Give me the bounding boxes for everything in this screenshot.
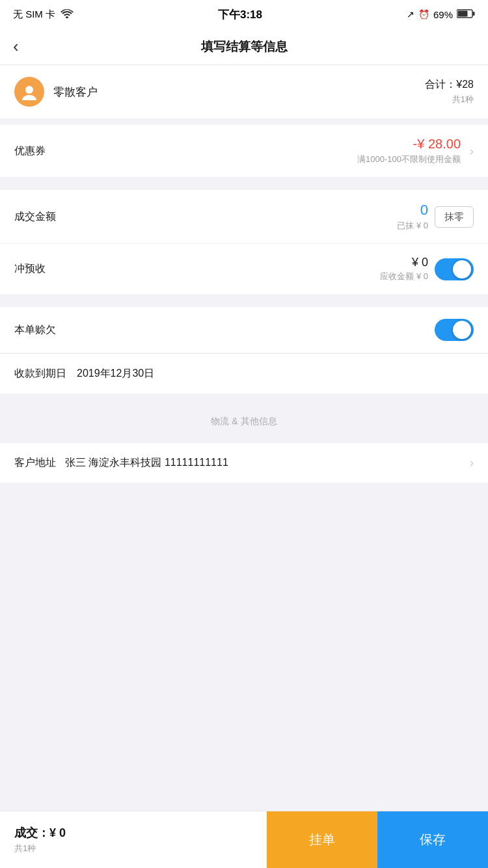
credit-toggle-knob <box>453 321 471 339</box>
customer-left: 零散客户 <box>14 77 98 107</box>
logistics-header: 物流 & 其他信息 <box>0 407 488 437</box>
gap1 <box>0 183 488 190</box>
svg-rect-2 <box>457 10 467 16</box>
save-button[interactable]: 保存 <box>377 811 488 869</box>
location-icon: ↗ <box>407 9 414 20</box>
coupon-label: 优惠券 <box>14 144 46 158</box>
coupon-section: 优惠券 -¥ 28.00 满1000-100不限制使用金额 › <box>0 125 488 177</box>
bottom-deal-text: 成交：¥ 0 <box>14 825 252 841</box>
prepaid-toggle[interactable] <box>435 258 474 280</box>
bottom-count: 共1种 <box>14 843 252 854</box>
status-time: 下午3:18 <box>218 7 262 22</box>
customer-total: 合计：¥28 <box>425 78 474 92</box>
back-button[interactable]: ‹ <box>13 36 19 57</box>
gap3 <box>0 400 488 407</box>
due-date-value: 2019年12月30日 <box>77 367 154 381</box>
customer-count: 共1种 <box>425 94 474 105</box>
prepaid-row: 冲预收 ¥ 0 应收金额 ¥ 0 <box>0 244 488 294</box>
alarm-icon: ⏰ <box>418 9 429 20</box>
nav-bar: ‹ 填写结算等信息 <box>0 29 488 65</box>
due-date-row[interactable]: 收款到期日 2019年12月30日 <box>0 353 488 394</box>
coupon-sub: 满1000-100不限制使用金额 <box>357 154 461 165</box>
battery-text: 69% <box>433 9 453 20</box>
wifi-icon <box>61 9 74 20</box>
credit-toggle[interactable] <box>435 319 474 341</box>
coupon-chevron: › <box>470 144 474 158</box>
customer-avatar <box>14 77 44 107</box>
bottom-deal-amount: ¥ 0 <box>49 826 66 839</box>
due-date-label: 收款到期日 <box>14 367 66 381</box>
content-area: 零散客户 合计：¥28 共1种 优惠券 -¥ 28.00 满1000-100不限… <box>0 65 488 548</box>
prepaid-value: ¥ 0 <box>380 256 428 269</box>
credit-row: 本单赊欠 <box>0 307 488 353</box>
deal-sub: 已抹 ¥ 0 <box>397 220 428 232</box>
customer-right: 合计：¥28 共1种 <box>425 78 474 105</box>
status-bar: 无 SIM 卡 下午3:18 ↗ ⏰ 69% <box>0 0 488 29</box>
deal-right: 0 已抹 ¥ 0 抹零 <box>397 202 474 232</box>
deal-value: 0 <box>397 202 428 219</box>
credit-section: 本单赊欠 收款到期日 2019年12月30日 <box>0 307 488 394</box>
gap2 <box>0 301 488 307</box>
address-chevron: › <box>470 456 474 470</box>
prepaid-label: 冲预收 <box>14 262 46 276</box>
hold-button[interactable]: 挂单 <box>267 811 377 869</box>
bottom-bar: 成交：¥ 0 共1种 挂单 保存 <box>0 811 488 868</box>
customer-name: 零散客户 <box>53 85 98 100</box>
bottom-deal-prefix: 成交： <box>14 826 49 839</box>
deal-label: 成交金额 <box>14 210 56 224</box>
credit-right <box>435 319 474 341</box>
prepaid-right: ¥ 0 应收金额 ¥ 0 <box>380 256 474 282</box>
carrier-text: 无 SIM 卡 <box>13 8 55 21</box>
credit-label: 本单赊欠 <box>14 323 56 337</box>
prepaid-sub: 应收金额 ¥ 0 <box>380 271 428 282</box>
logistics-label: 物流 & 其他信息 <box>0 407 488 437</box>
status-left: 无 SIM 卡 <box>13 8 74 21</box>
toggle-knob <box>453 260 471 278</box>
page-title: 填写结算等信息 <box>201 38 288 55</box>
address-row[interactable]: 客户地址 张三 海淀永丰科技园 11111111111 › <box>0 443 488 483</box>
coupon-amount: -¥ 28.00 <box>357 137 461 152</box>
coupon-row[interactable]: 优惠券 -¥ 28.00 满1000-100不限制使用金额 › <box>0 125 488 177</box>
battery-icon <box>457 9 475 20</box>
bottom-info: 成交：¥ 0 共1种 <box>0 825 267 854</box>
round-zero-button[interactable]: 抹零 <box>435 206 474 228</box>
deal-row: 成交金额 0 已抹 ¥ 0 抹零 <box>0 190 488 244</box>
address-value: 张三 海淀永丰科技园 11111111111 <box>65 456 467 470</box>
svg-point-3 <box>25 86 33 94</box>
address-label: 客户地址 <box>14 456 56 470</box>
deal-section: 成交金额 0 已抹 ¥ 0 抹零 冲预收 ¥ 0 应收金额 ¥ 0 <box>0 190 488 294</box>
svg-point-4 <box>22 95 36 100</box>
customer-row: 零散客户 合计：¥28 共1种 <box>0 65 488 118</box>
coupon-right: -¥ 28.00 满1000-100不限制使用金额 › <box>357 137 474 165</box>
status-right: ↗ ⏰ 69% <box>407 9 475 20</box>
svg-rect-1 <box>472 12 474 16</box>
